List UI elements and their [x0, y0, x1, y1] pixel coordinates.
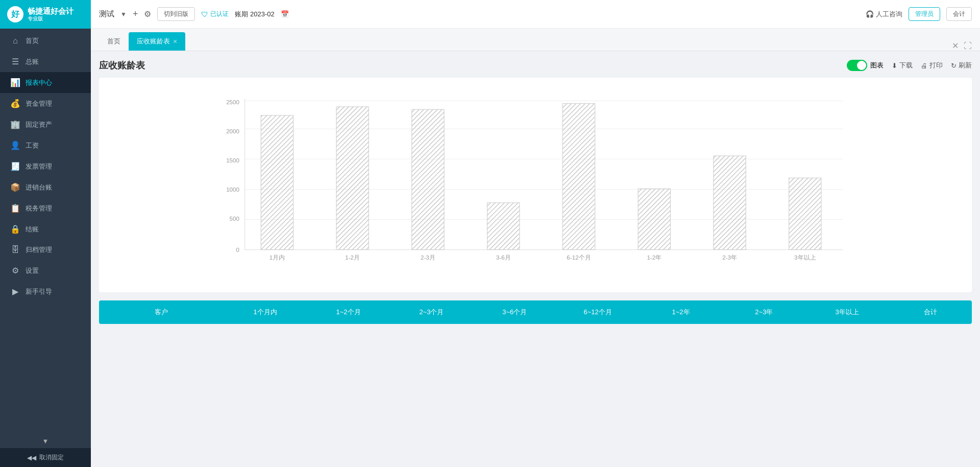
nav-icon-trade: 📦 — [10, 182, 20, 192]
svg-text:2-3年: 2-3年 — [722, 254, 737, 261]
app-name: 畅捷通好会计 — [28, 7, 74, 16]
svg-text:3-6月: 3-6月 — [496, 254, 511, 261]
svg-text:1500: 1500 — [226, 157, 239, 164]
bar-2-3月 — [412, 109, 444, 249]
close-icon[interactable]: ✕ — [952, 41, 959, 51]
bar-6-12月 — [562, 104, 595, 250]
add-project-button[interactable]: + — [133, 9, 138, 19]
table-container: 客户1个月内1~2个月2~3个月3~6个月6~12个月1~2年2~3年3年以上合… — [99, 300, 972, 324]
settings-icon[interactable]: ⚙ — [144, 9, 151, 19]
sidebar-item-settings[interactable]: ⚙设置 — [0, 260, 91, 281]
tab-aging-label: 应收账龄表 — [137, 37, 170, 46]
bar-1月内 — [261, 115, 293, 250]
table-col-6: 1~2年 — [640, 300, 723, 324]
page-title: 应收账龄表 — [99, 59, 145, 72]
refresh-button[interactable]: ↻ 刷新 — [951, 61, 972, 70]
nav-label-close: 结账 — [26, 225, 39, 234]
page-header: 应收账龄表 图表 ⬇ 下载 🖨 打印 ↻ 刷新 — [99, 59, 972, 72]
tab-home[interactable]: 首页 — [99, 32, 129, 51]
table-col-2: 1~2个月 — [307, 300, 390, 324]
nav-label-invoice: 发票管理 — [26, 162, 52, 171]
table-col-0: 客户 — [99, 300, 224, 324]
tabbar-actions: ✕ ⛶ — [952, 41, 972, 51]
sidebar-item-capital[interactable]: 💰资金管理 — [0, 93, 91, 114]
nav-icon-report: 📊 — [10, 78, 20, 87]
sidebar-cancel-pin[interactable]: ◀◀ 取消固定 — [0, 448, 91, 467]
toggle-label: 图表 — [870, 61, 884, 70]
main-area: 测试 ▼ + ⚙ 切到旧版 🛡 已认证 账期 2023-02 📅 🎧 人工咨询 … — [91, 0, 980, 467]
nav-label-archive: 归档管理 — [26, 245, 52, 254]
nav-label-settings: 设置 — [26, 266, 39, 275]
toggle-slider[interactable] — [847, 60, 867, 71]
sidebar-item-archive[interactable]: 🗄归档管理 — [0, 240, 91, 260]
svg-text:6-12个月: 6-12个月 — [567, 254, 591, 261]
expand-icon[interactable]: ⛶ — [964, 41, 972, 51]
app-edition: 专业版 — [28, 16, 74, 22]
nav-label-report: 报表中心 — [26, 78, 52, 87]
nav-label-trade: 进销台账 — [26, 183, 52, 192]
svg-text:2000: 2000 — [226, 128, 239, 134]
sidebar-item-home[interactable]: ⌂首页 — [0, 31, 91, 51]
topbar-right: 🎧 人工咨询 管理员 会计 — [866, 7, 972, 21]
table-col-3: 2~3个月 — [390, 300, 473, 324]
role-button[interactable]: 会计 — [946, 7, 972, 21]
project-name: 测试 — [99, 9, 114, 19]
chart-container: 0 500 1000 1500 2000 2500 — [99, 78, 972, 292]
svg-text:0: 0 — [236, 246, 239, 253]
tab-aging-close[interactable]: × — [173, 37, 177, 45]
calendar-icon[interactable]: 📅 — [281, 10, 289, 18]
sidebar-item-invoice[interactable]: 🧾发票管理 — [0, 156, 91, 177]
nav-icon-archive: 🗄 — [10, 245, 20, 254]
nav-label-salary: 工资 — [26, 141, 39, 150]
svg-text:1-2年: 1-2年 — [647, 254, 662, 261]
bar-1-2月 — [336, 107, 369, 250]
sidebar-item-assets[interactable]: 🏢固定资产 — [0, 114, 91, 135]
nav-icon-tax: 📋 — [10, 203, 20, 213]
sidebar: 好 畅捷通好会计 专业版 ⌂首页☰总账📊报表中心💰资金管理🏢固定资产👤工资🧾发票… — [0, 0, 91, 467]
download-button[interactable]: ⬇ 下载 — [892, 61, 913, 70]
consult-label: 人工咨询 — [876, 10, 902, 19]
logo-text: 畅捷通好会计 专业版 — [28, 7, 74, 22]
headset-icon: 🎧 — [866, 10, 874, 18]
sidebar-item-guide[interactable]: ▶新手引导 — [0, 281, 91, 302]
print-button[interactable]: 🖨 打印 — [921, 61, 943, 70]
refresh-label: 刷新 — [959, 61, 972, 70]
sidebar-item-report[interactable]: 📊报表中心 — [0, 72, 91, 93]
consult-button[interactable]: 🎧 人工咨询 — [866, 10, 902, 19]
sidebar-item-salary[interactable]: 👤工资 — [0, 135, 91, 156]
nav-icon-assets: 🏢 — [10, 120, 20, 129]
sidebar-item-close[interactable]: 🔒结账 — [0, 219, 91, 240]
sidebar-scroll-down[interactable]: ▼ — [0, 434, 91, 448]
nav-label-guide: 新手引导 — [26, 287, 52, 296]
bar-3-6月 — [487, 203, 520, 250]
nav-icon-settings: ⚙ — [10, 266, 20, 275]
nav-icon-ledger: ☰ — [10, 57, 20, 66]
admin-button[interactable]: 管理员 — [909, 7, 940, 21]
nav-label-tax: 税务管理 — [26, 204, 52, 213]
print-icon: 🖨 — [921, 62, 927, 69]
cancel-pin-label: 取消固定 — [39, 453, 64, 462]
bar-3年以上 — [789, 178, 821, 249]
bar-2-3年 — [714, 156, 746, 250]
shield-icon: 🛡 — [201, 10, 208, 18]
tab-aging[interactable]: 应收账龄表 × — [129, 32, 185, 51]
pin-icon: ◀◀ — [27, 454, 36, 461]
nav-label-capital: 资金管理 — [26, 99, 52, 108]
svg-text:500: 500 — [230, 215, 239, 222]
tabbar: 首页 应收账龄表 × ✕ ⛶ — [91, 29, 980, 51]
sidebar-item-tax[interactable]: 📋税务管理 — [0, 198, 91, 219]
sidebar-item-trade[interactable]: 📦进销台账 — [0, 177, 91, 198]
chart-toggle[interactable]: 图表 — [847, 60, 884, 71]
period-value: 2023-02 — [250, 10, 275, 18]
topbar: 测试 ▼ + ⚙ 切到旧版 🛡 已认证 账期 2023-02 📅 🎧 人工咨询 … — [91, 0, 980, 29]
nav-icon-capital: 💰 — [10, 99, 20, 108]
svg-text:1-2月: 1-2月 — [345, 254, 360, 261]
switch-old-button[interactable]: 切到旧版 — [157, 7, 195, 21]
project-dropdown[interactable]: ▼ — [120, 11, 127, 18]
table-col-4: 3~6个月 — [473, 300, 556, 324]
page-actions: 图表 ⬇ 下载 🖨 打印 ↻ 刷新 — [847, 60, 972, 71]
nav-label-ledger: 总账 — [26, 57, 39, 66]
sidebar-item-ledger[interactable]: ☰总账 — [0, 51, 91, 72]
period-label: 账期 2023-02 — [235, 10, 274, 19]
bar-chart: 0 500 1000 1500 2000 2500 — [104, 88, 957, 282]
